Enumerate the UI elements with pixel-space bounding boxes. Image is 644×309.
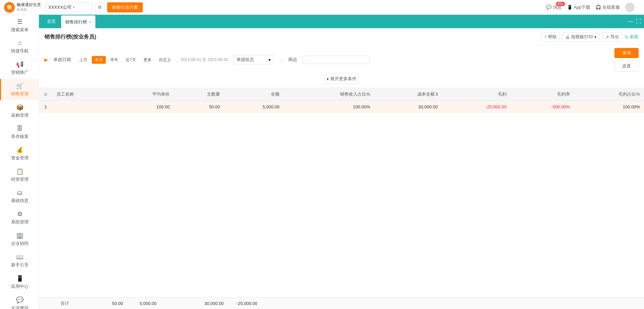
date-pill-more[interactable]: 更多 xyxy=(140,56,155,64)
message-button[interactable]: 💬 消息 99+ xyxy=(546,4,562,10)
refresh-button[interactable]: ↻ 刷新 xyxy=(625,34,639,40)
sidebar-item-purchase[interactable]: 📦 采购管理 xyxy=(0,100,39,122)
footer-amount: 5,000.00 xyxy=(127,301,161,306)
sidebar-item-label: 企业微信 xyxy=(11,305,29,309)
data-table: ⚙ 员工名称 平均单价 主数量 全额 销售收入占比% 成本全额 ℹ 毛利 毛利率… xyxy=(39,88,644,113)
help-label: 帮助 xyxy=(548,34,557,40)
footer-main-qty: 50.00 xyxy=(100,301,127,306)
date-pill-this-month[interactable]: 本月 xyxy=(92,56,106,64)
company-selector[interactable]: XXXXX公司 ▾ xyxy=(45,3,92,12)
cell-amount: 5,000.00 xyxy=(224,101,284,113)
avatar[interactable] xyxy=(625,3,635,12)
tab-label: 销售排行榜 xyxy=(65,19,87,25)
date-pill-last-month[interactable]: 上月 xyxy=(76,56,90,64)
sidebar-item-label: 营销推广 xyxy=(11,69,29,75)
page-content: 销售排行榜(按业务员) ? 帮助 🖨 按模板打印 ▾ ↗ 导出 xyxy=(39,28,644,309)
company-name: XXXXX公司 xyxy=(48,4,72,10)
enterprise-icon: 🏢 xyxy=(16,232,24,239)
message-icon: 💬 xyxy=(546,5,552,10)
status-filter[interactable]: 单据状态 ▾ xyxy=(233,55,274,64)
sidebar-item-label: 库存核算 xyxy=(11,134,29,140)
sidebar-item-system[interactable]: ⚙ 系统管理 xyxy=(0,207,39,228)
sidebar-item-inventory[interactable]: 🗄 库存核算 xyxy=(0,122,39,143)
expand-more-label: 展开更多条件 xyxy=(330,76,356,82)
col-name: 员工名称 xyxy=(52,88,113,101)
sales-icon: 🛒 xyxy=(16,82,24,90)
sidebar-item-baseinfo[interactable]: 🗂 基础信息 xyxy=(0,186,39,207)
print-chevron-icon: ▾ xyxy=(594,35,597,40)
main-layout: ☰ 搜索菜单 ⌂ 快捷导航 📢 营销推广 🛒 销售管理 📦 采购管理 🗄 库存核… xyxy=(0,15,644,309)
col-avg-price: 平均单价 xyxy=(113,88,174,101)
purchase-icon: 📦 xyxy=(16,104,24,111)
inventory-icon: 🗄 xyxy=(17,125,23,132)
app-label: App下载 xyxy=(574,4,590,10)
chevron-down-icon: ▾ xyxy=(327,76,329,82)
col-settings[interactable]: ⚙ xyxy=(39,88,52,101)
date-pill-7days[interactable]: 近7天 xyxy=(123,56,139,64)
tab-maximize-button[interactable]: ⛶ xyxy=(636,18,641,24)
online-service-button[interactable]: 🎧 在线客服 xyxy=(596,4,620,10)
refresh-icon: ↻ xyxy=(625,35,629,40)
page-actions: ? 帮助 🖨 按模板打印 ▾ ↗ 导出 ↻ 刷新 xyxy=(541,32,639,42)
sidebar-item-label: 应用中心 xyxy=(11,284,29,290)
export-button[interactable]: ↗ 导出 xyxy=(602,32,622,42)
goods-input[interactable]: ... xyxy=(305,57,367,62)
sidebar-item-capital[interactable]: 💰 资金管理 xyxy=(0,143,39,164)
tab-close-button[interactable]: × xyxy=(89,20,91,24)
headset-icon: 🎧 xyxy=(596,5,601,10)
company-settings-button[interactable]: ⚙ xyxy=(95,3,104,12)
tab-home[interactable]: 首页 xyxy=(42,15,61,28)
sidebar-item-sales[interactable]: 🛒 销售管理 xyxy=(0,79,39,100)
print-icon: 🖨 xyxy=(565,35,570,40)
col-gross-pct: 毛利占比% xyxy=(574,88,644,101)
sidebar-item-label: 系统管理 xyxy=(11,219,29,225)
footer-gross: -25,000.00 xyxy=(228,301,261,306)
date-pill-this-year[interactable]: 本年 xyxy=(107,56,121,64)
sidebar-item-label: 基础信息 xyxy=(11,198,29,204)
date-pill-custom[interactable]: 自定义 xyxy=(156,56,174,64)
table-wrapper: ⚙ 员工名称 平均单价 主数量 全额 销售收入占比% 成本全额 ℹ 毛利 毛利率… xyxy=(39,88,644,297)
expand-more-button[interactable]: ▾ 展开更多条件 xyxy=(324,73,359,84)
cell-cost: 30,000.00 xyxy=(374,101,442,113)
logo-sub: 标准版 xyxy=(17,7,41,12)
sidebar-item-appcenter[interactable]: 📱 应用中心 xyxy=(0,271,39,293)
logo-text: 畅康通好生意 xyxy=(17,2,41,8)
message-badge: 99+ xyxy=(556,2,565,6)
tab-minimize-button[interactable]: — xyxy=(628,18,633,24)
sidebar-item-label: 快捷导航 xyxy=(11,48,29,54)
cell-gross-pct: 100.00% xyxy=(574,101,644,113)
sidebar-item-enterprise[interactable]: 🏢 企业协同 xyxy=(0,228,39,250)
tab-bar: 首页 销售排行榜 × — ⛶ xyxy=(39,15,644,28)
date-range-display: 2023-06-01 至 2023-06-30 xyxy=(181,57,228,63)
settings-col-icon[interactable]: ⚙ xyxy=(44,92,48,97)
sidebar-item-label: 企业协同 xyxy=(11,241,29,247)
logo-icon: 畅 xyxy=(4,2,15,13)
sidebar-item-wechat[interactable]: 💬 企业微信 xyxy=(0,293,39,309)
cell-avg-price: 100.00 xyxy=(113,101,174,113)
goods-filter-label: 商品 xyxy=(288,57,297,63)
help-icon: ? xyxy=(544,35,547,40)
app-download-button[interactable]: 📱 App下载 xyxy=(567,4,590,10)
sidebar-item-marketing[interactable]: 📢 营销推广 xyxy=(0,57,39,79)
help-button[interactable]: ? 帮助 xyxy=(541,32,560,42)
tab-sales-ranking[interactable]: 销售排行榜 × xyxy=(61,15,95,29)
sidebar-item-guide[interactable]: 📖 新手引导 xyxy=(0,250,39,271)
appcenter-icon: 📱 xyxy=(16,275,24,282)
sidebar-item-operation[interactable]: 📋 经营管理 xyxy=(0,164,39,186)
sidebar-item-search[interactable]: ☰ 搜索菜单 xyxy=(0,15,39,36)
more-filter-button[interactable]: ... xyxy=(279,57,283,62)
app-icon: 📱 xyxy=(567,5,572,10)
settings-panel-button[interactable]: 设置 xyxy=(614,61,639,71)
capital-icon: 💰 xyxy=(16,146,24,154)
print-button[interactable]: 🖨 按模板打印 ▾ xyxy=(562,32,600,42)
cell-sales-pct: 100.00% xyxy=(284,101,374,113)
sidebar-item-label: 搜索菜单 xyxy=(11,27,29,33)
home-icon: ⌂ xyxy=(18,40,22,47)
query-button[interactable]: 查询 xyxy=(614,48,639,58)
operation-icon: 📋 xyxy=(16,168,24,175)
trial-button[interactable]: 体验行业方案 xyxy=(107,2,143,12)
footer-label: 合计 xyxy=(56,300,73,306)
goods-filter[interactable]: ... xyxy=(302,56,370,64)
filter-toggle-button[interactable]: ▶ xyxy=(44,57,48,62)
sidebar-item-quicknav[interactable]: ⌂ 快捷导航 xyxy=(0,36,39,57)
